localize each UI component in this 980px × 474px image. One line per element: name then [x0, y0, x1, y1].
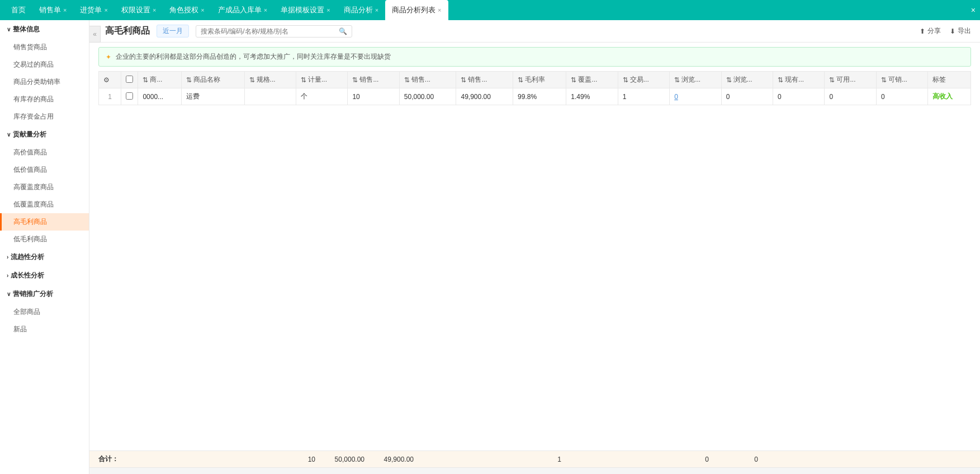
close-template-tab[interactable]: × — [326, 7, 330, 13]
row-sales-profit: 49,900.00 — [456, 88, 513, 105]
nav-home[interactable]: 首页 — [4, 0, 32, 20]
sidebar-item-sales-goods[interactable]: 销售货商品 — [0, 39, 89, 56]
arrow-trend: › — [7, 254, 8, 260]
nav-product-analysis[interactable]: 商品分析 × — [337, 0, 385, 20]
row-checkbox[interactable] — [126, 92, 133, 100]
search-icon[interactable]: 🔍 — [339, 27, 347, 35]
sidebar-item-low-coverage[interactable]: 低覆盖度商品 — [0, 196, 89, 213]
col-trade[interactable]: ⇅ 交易... — [618, 72, 669, 88]
col-current-stock[interactable]: ⇅ 现有... — [773, 72, 825, 88]
row-sales-amt: 50,000.00 — [399, 88, 456, 105]
sidebar-item-stock-fund[interactable]: 库存资金占用 — [0, 108, 89, 125]
arrow-contribution: ∨ — [7, 132, 11, 138]
nav-product-entry[interactable]: 产成品入库单 × — [211, 0, 274, 20]
sidebar-collapse-btn[interactable]: « — [89, 26, 101, 43]
close-product-analysis-tab[interactable]: × — [375, 7, 378, 13]
col-browse2[interactable]: ⇅ 浏览... — [721, 72, 773, 88]
sidebar-item-low-margin[interactable]: 低毛利商品 — [0, 231, 89, 248]
col-sales-amt[interactable]: ⇅ 销售... — [399, 72, 456, 88]
data-table: ⚙ ⇅ 商... ⇅ 商品名称 ⇅ 规格... — [98, 71, 971, 105]
tag-high-income: 高收入 — [932, 92, 953, 100]
col-name[interactable]: ⇅ 商品名称 — [181, 72, 244, 88]
col-gross-margin[interactable]: ⇅ 毛利率 — [513, 72, 566, 88]
sidebar-item-high-coverage[interactable]: 高覆盖度商品 — [0, 179, 89, 196]
nav-permissions[interactable]: 权限设置 × — [115, 0, 163, 20]
close-purchase-tab[interactable]: × — [104, 7, 107, 13]
col-browse1[interactable]: ⇅ 浏览... — [670, 72, 721, 88]
col-tag[interactable]: 标签 — [928, 72, 971, 88]
sidebar-item-new-goods[interactable]: 新品 — [0, 321, 89, 338]
col-sales-qty[interactable]: ⇅ 销售... — [348, 72, 399, 88]
share-btn[interactable]: ⬆ 分享 — [920, 26, 941, 36]
sidebar-group-trend[interactable]: › 流趋性分析 — [0, 248, 89, 266]
row-code: 0000... — [138, 88, 182, 105]
col-settings[interactable]: ⚙ — [99, 72, 121, 88]
footer-sales-profit: 49,900.00 — [369, 456, 414, 463]
info-banner: ✦ 企业的主要的利润都是这部分商品创造的，可考虑加大推广，同时关注库存量是不要出… — [98, 47, 971, 67]
col-sales-profit[interactable]: ⇅ 销售... — [456, 72, 513, 88]
row-sales-qty: 10 — [348, 88, 399, 105]
data-table-wrapper[interactable]: ⚙ ⇅ 商... ⇅ 商品名称 ⇅ 规格... — [98, 71, 971, 450]
col-checkbox — [121, 72, 138, 88]
row-sellable: 0 — [876, 88, 927, 105]
nav-analysis-list[interactable]: 商品分析列表 × — [385, 0, 448, 20]
nav-roles[interactable]: 角色授权 × — [163, 0, 211, 20]
sidebar-item-all-goods[interactable]: 全部商品 — [0, 303, 89, 321]
search-input[interactable] — [201, 27, 339, 35]
row-browse1[interactable]: 0 — [670, 88, 721, 105]
col-coverage[interactable]: ⇅ 覆盖... — [566, 72, 618, 88]
col-code[interactable]: ⇅ 商... — [138, 72, 182, 88]
footer-trade: 1 — [517, 456, 561, 463]
row-checkbox-cell — [121, 88, 138, 105]
sidebar-group-contribution[interactable]: ∨ 贡献量分析 — [0, 125, 89, 144]
col-unit[interactable]: ⇅ 计量... — [296, 72, 347, 88]
col-available[interactable]: ⇅ 可用... — [825, 72, 876, 88]
close-roles-tab[interactable]: × — [201, 7, 204, 13]
sidebar-group-marketing[interactable]: ∨ 营销推广分析 — [0, 285, 89, 303]
select-all-checkbox[interactable] — [126, 76, 133, 83]
sidebar-item-stock-goods[interactable]: 有库存的商品 — [0, 91, 89, 108]
horizontal-scrollbar[interactable] — [89, 467, 980, 474]
sidebar-item-traded-goods[interactable]: 交易过的商品 — [0, 56, 89, 73]
row-num: 1 — [99, 88, 121, 105]
nav-sales[interactable]: 销售单 × — [32, 0, 73, 20]
table-row: 1 0000... 运费 个 10 50,000.00 49,900.00 99… — [99, 88, 971, 105]
page-title: 高毛利商品 — [105, 25, 150, 37]
main-layout: ∨ 整体信息 销售货商品 交易过的商品 商品分类助销率 有库存的商品 库存资金占… — [0, 20, 980, 474]
filter-recent-month-btn[interactable]: 近一月 — [157, 25, 189, 37]
browse1-link[interactable]: 0 — [674, 93, 678, 101]
sidebar: ∨ 整体信息 销售货商品 交易过的商品 商品分类助销率 有库存的商品 库存资金占… — [0, 20, 89, 474]
footer-available: 0 — [713, 456, 758, 463]
arrow-marketing: ∨ — [7, 291, 11, 297]
row-browse2: 0 — [721, 88, 773, 105]
col-spec[interactable]: ⇅ 规格... — [244, 72, 296, 88]
footer-current-stock: 0 — [664, 456, 709, 463]
nav-purchase[interactable]: 进货单 × — [73, 0, 114, 20]
close-sales-tab[interactable]: × — [63, 7, 67, 13]
row-coverage: 1.49% — [566, 88, 618, 105]
content-area: « 高毛利商品 近一月 🔍 ⬆ 分享 ⬇ 导出 ✦ — [89, 20, 980, 474]
footer-sales-amt: 50,000.00 — [320, 456, 364, 463]
row-name: 运费 — [181, 88, 244, 105]
close-analysis-list-tab[interactable]: × — [438, 7, 441, 13]
window-controls: × — [971, 6, 976, 15]
sidebar-item-category-rate[interactable]: 商品分类助销率 — [0, 73, 89, 91]
window-close-btn[interactable]: × — [971, 6, 976, 15]
footer-label: 合计： — [98, 454, 119, 464]
sidebar-item-high-margin[interactable]: 高毛利商品 — [0, 213, 89, 231]
arrow-growth: › — [7, 273, 8, 279]
export-btn[interactable]: ⬇ 导出 — [950, 26, 971, 36]
row-current-stock: 0 — [773, 88, 825, 105]
sidebar-group-overall[interactable]: ∨ 整体信息 — [0, 20, 89, 39]
row-available: 0 — [825, 88, 876, 105]
sidebar-item-low-value[interactable]: 低价值商品 — [0, 161, 89, 179]
nav-template[interactable]: 单据模板设置 × — [274, 0, 337, 20]
close-permissions-tab[interactable]: × — [153, 7, 156, 13]
col-sellable[interactable]: ⇅ 可销... — [876, 72, 927, 88]
export-icon: ⬇ — [950, 27, 955, 35]
sidebar-item-high-value[interactable]: 高价值商品 — [0, 144, 89, 161]
close-product-entry-tab[interactable]: × — [264, 7, 267, 13]
row-gross-margin: 99.8% — [513, 88, 566, 105]
header-actions: ⬆ 分享 ⬇ 导出 — [920, 26, 971, 36]
sidebar-group-growth[interactable]: › 成长性分析 — [0, 266, 89, 285]
